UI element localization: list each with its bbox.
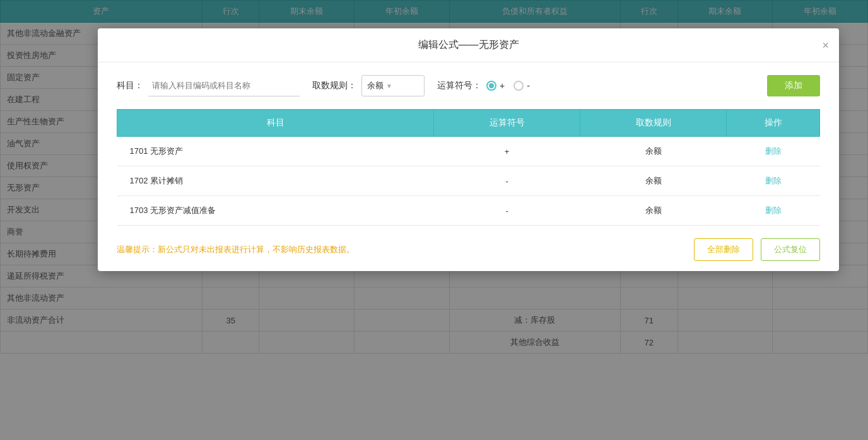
radio-circle-plus bbox=[486, 81, 496, 91]
delete-row-link[interactable]: 删除 bbox=[765, 176, 782, 185]
formula-cell-action: 删除 bbox=[727, 166, 820, 196]
add-button[interactable]: 添加 bbox=[767, 75, 820, 96]
formula-cell-operator: - bbox=[434, 166, 580, 196]
rule-select-value: 余额 bbox=[367, 80, 384, 91]
operator-field-group: 运算符号： + - bbox=[437, 80, 530, 91]
formula-cell-operator: - bbox=[434, 196, 580, 226]
modal-title: 编辑公式——无形资产 bbox=[418, 39, 519, 50]
radio-circle-minus bbox=[513, 81, 524, 91]
formula-row: 1702 累计摊销 - 余额 删除 bbox=[117, 166, 820, 196]
subject-field-group: 科目： bbox=[117, 75, 300, 96]
modal-header: 编辑公式——无形资产 × bbox=[98, 28, 839, 62]
reset-formula-button[interactable]: 公式复位 bbox=[761, 238, 820, 261]
formula-form: 科目： 取数规则： 余额 ▼ 运算符号： + - bbox=[98, 62, 839, 109]
operator-minus-radio[interactable]: - bbox=[513, 81, 530, 91]
rule-select[interactable]: 余额 ▼ bbox=[361, 75, 425, 96]
formula-table-container: 科目 运算符号 取数规则 操作 1701 无形资产 + 余额 删除 1702 累… bbox=[98, 109, 839, 226]
formula-cell-rule: 余额 bbox=[580, 137, 727, 166]
delete-row-link[interactable]: 删除 bbox=[765, 146, 782, 156]
formula-cell-subject: 1702 累计摊销 bbox=[117, 166, 434, 196]
formula-cell-subject: 1703 无形资产减值准备 bbox=[117, 196, 434, 226]
formula-cell-operator: + bbox=[434, 137, 580, 166]
operator-label: 运算符号： bbox=[437, 80, 481, 91]
formula-row: 1701 无形资产 + 余额 删除 bbox=[117, 137, 820, 166]
col-operator: 运算符号 bbox=[434, 110, 580, 137]
col-action: 操作 bbox=[727, 110, 820, 137]
formula-cell-action: 删除 bbox=[727, 137, 820, 166]
chevron-down-icon: ▼ bbox=[386, 83, 392, 90]
table-header-row: 科目 运算符号 取数规则 操作 bbox=[117, 110, 820, 137]
rule-label: 取数规则： bbox=[312, 80, 356, 91]
operator-radio-group: + - bbox=[486, 81, 530, 91]
formula-cell-rule: 余额 bbox=[580, 166, 727, 196]
formula-cell-subject: 1701 无形资产 bbox=[117, 137, 434, 166]
formula-row: 1703 无形资产减值准备 - 余额 删除 bbox=[117, 196, 820, 226]
warning-text: 温馨提示：新公式只对未出报表进行计算，不影响历史报表数据。 bbox=[117, 244, 355, 255]
edit-formula-modal: 编辑公式——无形资产 × 科目： 取数规则： 余额 ▼ 运算符号： + bbox=[98, 28, 839, 271]
col-rule: 取数规则 bbox=[580, 110, 727, 137]
subject-label: 科目： bbox=[117, 80, 143, 91]
footer-buttons: 全部删除 公式复位 bbox=[694, 238, 820, 261]
rule-field-group: 取数规则： 余额 ▼ bbox=[312, 75, 425, 96]
delete-row-link[interactable]: 删除 bbox=[765, 206, 782, 215]
formula-cell-rule: 余额 bbox=[580, 196, 727, 226]
modal-close-button[interactable]: × bbox=[822, 40, 829, 51]
col-subject: 科目 bbox=[117, 110, 434, 137]
warning-footer: 温馨提示：新公式只对未出报表进行计算，不影响历史报表数据。 全部删除 公式复位 bbox=[98, 226, 839, 271]
subject-input[interactable] bbox=[148, 75, 300, 96]
operator-plus-label: + bbox=[500, 81, 505, 91]
delete-all-button[interactable]: 全部删除 bbox=[694, 238, 753, 261]
operator-minus-label: - bbox=[527, 81, 530, 91]
formula-cell-action: 删除 bbox=[727, 196, 820, 226]
operator-plus-radio[interactable]: + bbox=[486, 81, 505, 91]
formula-table: 科目 运算符号 取数规则 操作 1701 无形资产 + 余额 删除 1702 累… bbox=[117, 109, 820, 226]
